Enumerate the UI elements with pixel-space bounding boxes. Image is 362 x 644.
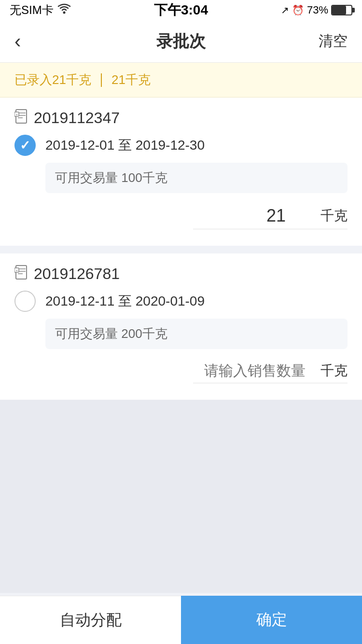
carrier-text: 无SIM卡 xyxy=(10,2,54,18)
page-title: 录批次 xyxy=(156,30,206,53)
battery-icon xyxy=(331,5,352,15)
back-button[interactable]: ‹ xyxy=(14,30,43,52)
total-amount: 21千克 xyxy=(111,71,151,88)
recorded-amount: 已录入21千克 xyxy=(14,71,91,88)
batch-qty-unit-1: 千克 xyxy=(320,207,348,225)
doc-icon-2: ≡ xyxy=(14,265,29,283)
location-icon: ↗ xyxy=(281,4,289,16)
batch-header-1: ≡ 2019112347 xyxy=(14,109,348,127)
batch-available-1: 可用交易量 100千克 xyxy=(45,163,348,193)
batch-quantity-row-1: 21 千克 xyxy=(14,201,348,226)
svg-text:≡: ≡ xyxy=(15,113,17,116)
batch-card-2: ≡ 2019126781 2019-12-11 至 2020-01-09 可用交… xyxy=(0,253,362,400)
status-time: 下午3:04 xyxy=(154,1,208,19)
batch-date-1: 2019-12-01 至 2019-12-30 xyxy=(45,136,205,154)
batch-header-2: ≡ 2019126781 xyxy=(14,265,348,283)
batch-qty-value-1: 21 xyxy=(266,206,286,226)
batch-available-2: 可用交易量 200千克 xyxy=(45,319,348,349)
status-bar: 无SIM卡 下午3:04 ↗ ⏰ 73% xyxy=(0,0,362,20)
batch-radio-2[interactable] xyxy=(14,291,36,312)
confirm-button[interactable]: 确定 xyxy=(181,596,362,644)
bottom-bar: 自动分配 确定 xyxy=(0,596,362,644)
empty-area xyxy=(0,400,362,593)
card-separator xyxy=(0,246,362,253)
nav-bar: ‹ 录批次 清空 xyxy=(0,20,362,63)
status-right: ↗ ⏰ 73% xyxy=(281,4,352,16)
batch-quantity-row-2: 千克 xyxy=(14,357,348,380)
status-left: 无SIM卡 xyxy=(10,2,71,18)
info-divider xyxy=(101,73,102,87)
batch-radio-1[interactable] xyxy=(14,135,36,156)
qty-divider-1 xyxy=(193,229,348,229)
batch-number-2: 2019126781 xyxy=(34,265,120,283)
auto-distribute-button[interactable]: 自动分配 xyxy=(0,596,181,644)
batch-date-2: 2019-12-11 至 2020-01-09 xyxy=(45,292,205,310)
batch-qty-input-2[interactable] xyxy=(187,363,313,379)
clear-button[interactable]: 清空 xyxy=(319,31,348,51)
batch-row-1[interactable]: 2019-12-01 至 2019-12-30 xyxy=(14,135,348,156)
batch-qty-unit-2: 千克 xyxy=(320,362,348,380)
wifi-icon xyxy=(57,3,71,17)
svg-text:≡: ≡ xyxy=(15,269,17,272)
batch-row-2[interactable]: 2019-12-11 至 2020-01-09 xyxy=(14,291,348,312)
info-banner: 已录入21千克 21千克 xyxy=(0,63,362,98)
batch-number-1: 2019112347 xyxy=(34,109,120,127)
alarm-icon: ⏰ xyxy=(292,4,304,16)
svg-point-0 xyxy=(63,12,65,14)
batch-card-1: ≡ 2019112347 2019-12-01 至 2019-12-30 可用交… xyxy=(0,98,362,246)
battery-percent: 73% xyxy=(307,4,328,16)
doc-icon-1: ≡ xyxy=(14,109,29,127)
qty-divider-2 xyxy=(193,383,348,383)
